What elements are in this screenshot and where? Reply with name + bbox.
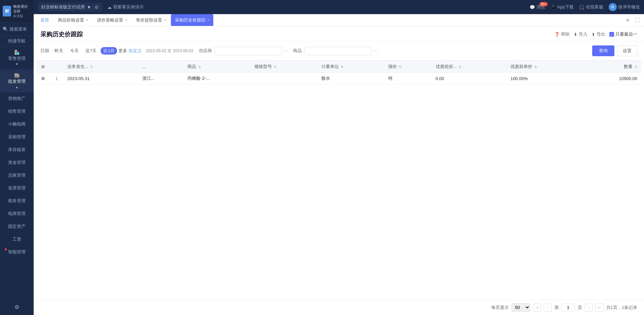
sidebar-item-tax[interactable]: 税务管理 (0, 195, 34, 207)
export-button[interactable]: ⬆ 导出 (592, 31, 605, 37)
tab-home[interactable]: 首页 (36, 14, 53, 26)
col-pre-discount-price[interactable]: 优惠前单价 ⇅ (506, 61, 583, 73)
page-actions: ❓ 帮助 ⬇ 导入 ⬆ 导出 只看最后一 (554, 31, 637, 37)
sidebar-item-finance[interactable]: 资金管理 (0, 156, 34, 169)
pager-last-button[interactable]: ⊳ (596, 304, 604, 312)
page-title: 采购历史价跟踪 (40, 30, 83, 38)
app-download-label: App下载 (557, 4, 574, 10)
sidebar-item-ecommerce[interactable]: 电商管理 (0, 207, 34, 220)
col-quoted-price[interactable]: 报价 ⇅ (384, 61, 432, 73)
invoice-label: 发票管理 (8, 185, 26, 191)
col-product[interactable]: 商品 ⇅ (183, 61, 250, 73)
col-num (50, 61, 63, 73)
only-last-checkbox[interactable]: 只看最后一 (609, 31, 637, 37)
date-option-1month[interactable]: 近1月 (101, 47, 117, 55)
setting-button[interactable]: 设置 (617, 45, 637, 56)
sidebar-logo: 财 畅捷通好业财 标准版 (0, 0, 34, 23)
col-pre-discount-price-label: 优惠前单价 (510, 64, 532, 69)
col-quantity-sort: ⇅ (635, 65, 637, 69)
col-unit[interactable]: 计量单位 ⇅ (317, 61, 384, 73)
search-icon: 🔍 (3, 27, 8, 32)
demo-button[interactable]: ☁ 我要看实例演示 (107, 4, 144, 10)
import-button[interactable]: ⬇ 导入 (574, 31, 587, 37)
online-service-label: 在线客服 (586, 4, 603, 10)
sidebar-item-sales[interactable]: 销售管理 (0, 105, 34, 118)
supplier-input-wrap: ··· (215, 47, 288, 55)
notifications-button[interactable]: 💬 消息 99+ (530, 4, 545, 10)
col-discount[interactable]: 优惠前折... ⇅ (432, 61, 507, 73)
assets-label: 固定资产 (8, 223, 26, 230)
product-selector[interactable]: 好业财标准版交付试用 ▼ ⚙ (38, 3, 102, 11)
tab-sale-price-close[interactable]: × (164, 18, 166, 22)
tab-purchase-strategy[interactable]: 进价策略设置 × (93, 14, 131, 26)
tab-purchase-strategy-label: 进价策略设置 (97, 17, 123, 23)
tab-sale-price[interactable]: 售价提取设置 × (132, 14, 170, 26)
col-spec[interactable]: 规格型号 ⇅ (250, 61, 317, 73)
pager-next-button[interactable]: › (585, 304, 593, 312)
data-table: ⚙ 业务发生... ⇅ ... 商品 ⇅ 规格型号 (36, 61, 641, 84)
sidebar-item-smart[interactable]: 智能管理 (0, 246, 34, 258)
quick-nav[interactable]: 快捷导航 (0, 36, 34, 46)
table-row: ⚙ 1 2023-05-31 浙江... 丙烯酸-2-... 散水 吨 0.00… (36, 73, 641, 84)
date-option-today[interactable]: 今天 (67, 47, 81, 55)
tab-purchase-history-close[interactable]: × (208, 18, 210, 22)
product-input-wrap: ··· (305, 47, 378, 55)
sidebar-item-retail[interactable]: 🏪 零售管理 ▼ (0, 46, 34, 69)
export-icon: ⬆ (592, 32, 595, 37)
sidebar-item-invoice[interactable]: 发票管理 (0, 182, 34, 195)
tab-expand-button[interactable]: ⛶ (633, 16, 641, 24)
page-number-input[interactable] (562, 304, 575, 311)
tab-purchase-strategy-close[interactable]: × (125, 18, 127, 22)
sidebar-gear-button[interactable]: ⚙ (12, 302, 22, 312)
date-option-custom[interactable]: 自定义 (129, 48, 142, 54)
marketing-label: 营销推广 (8, 96, 26, 102)
search-menu[interactable]: 🔍 搜索菜单 (0, 23, 34, 36)
avatar: 徐 (609, 3, 617, 11)
user-menu[interactable]: 徐 徐泽华修改 (609, 3, 640, 11)
col-quantity[interactable]: 数量 ⇅ (583, 61, 641, 73)
date-option-7days[interactable]: 近7天 (83, 47, 99, 55)
date-option-yesterday[interactable]: 昨天 (52, 47, 66, 55)
sidebar-item-marketing[interactable]: 营销推广 (0, 92, 34, 105)
supplier-input[interactable] (215, 47, 282, 55)
tab-close-all-button[interactable]: ✕ (624, 16, 632, 24)
product-gear-icon[interactable]: ⚙ (95, 5, 99, 10)
online-service-button[interactable]: 🎧 在线客服 (579, 4, 603, 10)
tab-product-price-label: 商品价格设置 (58, 17, 84, 23)
supplier-dots[interactable]: ··· (283, 48, 288, 54)
col-gear[interactable]: ⚙ (36, 61, 50, 73)
sidebar-item-purchase[interactable]: 采购管理 (0, 131, 34, 143)
main-area: 好业财标准版交付试用 ▼ ⚙ ☁ 我要看实例演示 💬 消息 99+ 📱 App下… (34, 0, 644, 315)
row-gear[interactable]: ⚙ (36, 73, 50, 84)
product-dots[interactable]: ··· (373, 48, 378, 54)
per-page-select[interactable]: 50 20 100 200 (511, 303, 530, 312)
sidebar-item-ledger[interactable]: 总账管理 (0, 169, 34, 182)
app-download-button[interactable]: 📱 App下载 (550, 4, 574, 10)
col-product-label: 商品 (187, 64, 196, 69)
sidebar-item-assets[interactable]: 固定资产 (0, 220, 34, 233)
date-option-more[interactable]: 更多 (118, 48, 127, 54)
product-name: 好业财标准版交付试用 (41, 4, 85, 10)
sidebar-item-payroll[interactable]: 工资 (0, 233, 34, 246)
sidebar-item-wholesale[interactable]: 🏬 批发管理 ▲ (0, 69, 34, 92)
pager-first-button[interactable]: ⊲ (533, 304, 541, 312)
tab-product-price[interactable]: 商品价格设置 × (54, 14, 92, 26)
page-header: 采购历史价跟踪 ❓ 帮助 ⬇ 导入 ⬆ 导出 只看最后一 (34, 26, 644, 41)
sidebar-item-ecommerce-small[interactable]: 小畅电商 (0, 118, 34, 131)
tab-product-price-close[interactable]: × (86, 18, 88, 22)
col-quantity-label: 数量 (624, 64, 633, 69)
message-icon: 💬 (530, 5, 535, 10)
sidebar-item-inventory[interactable]: 库存核算 (0, 143, 34, 156)
sales-label: 销售管理 (8, 108, 26, 114)
pager-prev-button[interactable]: ‹ (544, 304, 552, 312)
col-date[interactable]: 业务发生... ⇅ (63, 61, 138, 73)
total-info: 共1页，1条记录 (606, 305, 637, 311)
col-extra[interactable]: ... (138, 61, 184, 73)
help-button[interactable]: ❓ 帮助 (554, 31, 570, 37)
filter-actions: 查询 设置 (592, 45, 637, 56)
tab-purchase-history[interactable]: 采购历史价跟踪 × (171, 14, 214, 26)
headset-icon: 🎧 (579, 5, 584, 10)
smart-label: 智能管理 (8, 249, 26, 255)
query-button[interactable]: 查询 (592, 45, 614, 56)
product-input[interactable] (305, 47, 372, 55)
